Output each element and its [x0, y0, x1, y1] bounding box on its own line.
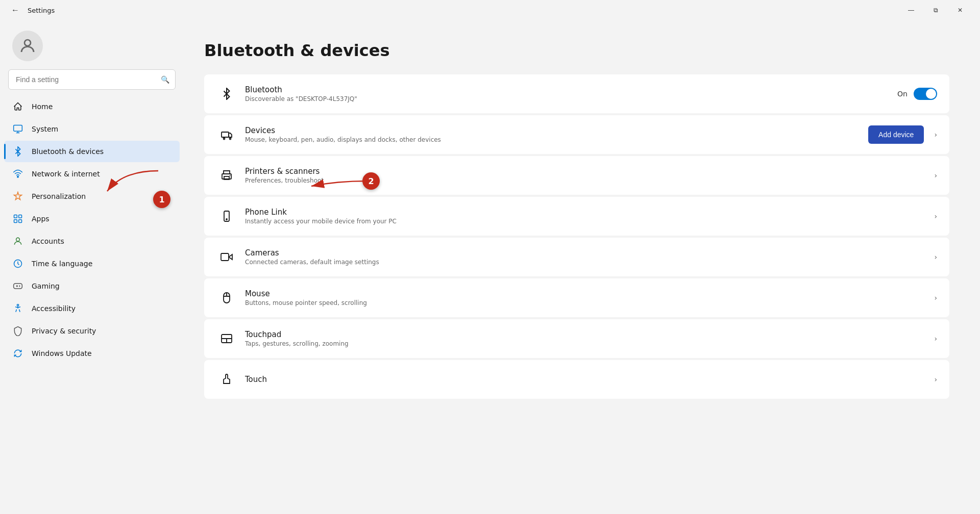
- update-icon: [12, 348, 23, 359]
- devices-row-right: Add device ›: [868, 125, 937, 144]
- touch-row-text: Touch: [245, 375, 930, 384]
- devices-row-subtitle: Mouse, keyboard, pen, audio, displays an…: [245, 136, 868, 143]
- back-button[interactable]: ←: [8, 3, 22, 17]
- sidebar-item-accessibility[interactable]: Accessibility: [4, 298, 180, 319]
- sidebar-item-gaming[interactable]: Gaming: [4, 275, 180, 297]
- sidebar-item-bluetooth-label: Bluetooth & devices: [32, 147, 104, 156]
- printers-row-right: ›: [930, 171, 937, 179]
- bluetooth-row[interactable]: Bluetooth Discoverable as "DESKTOP-4L537…: [204, 74, 949, 113]
- svg-rect-15: [224, 176, 229, 179]
- phonelink-chevron: ›: [934, 212, 937, 220]
- printers-chevron: ›: [934, 171, 937, 179]
- phonelink-row-title: Phone Link: [245, 208, 930, 217]
- printers-row-text: Printers & scanners Preferences, trouble…: [245, 167, 930, 184]
- sidebar-item-privacy[interactable]: Privacy & security: [4, 320, 180, 342]
- avatar: [12, 31, 43, 61]
- touchpad-row-title: Touchpad: [245, 330, 930, 339]
- minimize-button[interactable]: —: [899, 2, 923, 18]
- devices-row-icon: [216, 124, 237, 145]
- sidebar-item-privacy-label: Privacy & security: [32, 327, 96, 335]
- privacy-icon: [12, 325, 23, 337]
- svg-point-2: [17, 176, 19, 178]
- phonelink-row[interactable]: Phone Link Instantly access your mobile …: [204, 197, 949, 236]
- sidebar-nav: Home System Bluetooth & devices: [0, 96, 184, 364]
- settings-list: Bluetooth Discoverable as "DESKTOP-4L537…: [204, 74, 949, 399]
- printers-card: Printers & scanners Preferences, trouble…: [204, 156, 949, 195]
- bluetooth-row-title: Bluetooth: [245, 85, 897, 94]
- touch-row[interactable]: Touch ›: [204, 360, 949, 399]
- svg-rect-4: [19, 215, 22, 218]
- bluetooth-row-text: Bluetooth Discoverable as "DESKTOP-4L537…: [245, 85, 897, 102]
- touchpad-chevron: ›: [934, 335, 937, 343]
- profile-section[interactable]: [0, 20, 184, 69]
- cameras-chevron: ›: [934, 253, 937, 261]
- maximize-button[interactable]: ⧉: [924, 2, 947, 18]
- sidebar-item-accounts-label: Accounts: [32, 237, 64, 245]
- svg-rect-1: [14, 125, 22, 132]
- touchpad-row-text: Touchpad Taps, gestures, scrolling, zoom…: [245, 330, 930, 347]
- titlebar-left: ← Settings: [8, 3, 55, 17]
- network-icon: [12, 168, 23, 179]
- touch-card: Touch ›: [204, 360, 949, 399]
- printers-row-icon: [216, 165, 237, 186]
- svg-rect-3: [14, 215, 17, 218]
- phonelink-row-right: ›: [930, 212, 937, 220]
- sidebar: 🔍 Home Syste: [0, 20, 184, 514]
- bluetooth-toggle-area: On: [897, 88, 937, 100]
- sidebar-item-personalization[interactable]: Personalization: [4, 186, 180, 207]
- cameras-row-subtitle: Connected cameras, default image setting…: [245, 259, 930, 266]
- sidebar-item-accounts[interactable]: Accounts: [4, 230, 180, 252]
- personalization-icon: [12, 191, 23, 202]
- sidebar-item-time[interactable]: Time & language: [4, 253, 180, 274]
- mouse-row-icon: [216, 288, 237, 308]
- titlebar-controls: — ⧉ ✕: [899, 2, 972, 18]
- sidebar-item-network[interactable]: Network & internet: [4, 163, 180, 185]
- phonelink-row-subtitle: Instantly access your mobile device from…: [245, 218, 930, 225]
- touchpad-row[interactable]: Touchpad Taps, gestures, scrolling, zoom…: [204, 319, 949, 358]
- mouse-row[interactable]: Mouse Buttons, mouse pointer speed, scro…: [204, 278, 949, 317]
- devices-chevron: ›: [934, 131, 937, 139]
- close-button[interactable]: ✕: [948, 2, 972, 18]
- cameras-row-icon: [216, 247, 237, 267]
- sidebar-item-time-label: Time & language: [32, 260, 92, 268]
- sidebar-item-update[interactable]: Windows Update: [4, 343, 180, 364]
- svg-point-17: [226, 219, 227, 220]
- gaming-icon: [12, 280, 23, 292]
- touchpad-row-icon: [216, 328, 237, 349]
- svg-rect-18: [221, 253, 229, 261]
- devices-row-title: Devices: [245, 126, 868, 135]
- svg-point-10: [17, 304, 18, 306]
- cameras-row-text: Cameras Connected cameras, default image…: [245, 248, 930, 266]
- touchpad-card: Touchpad Taps, gestures, scrolling, zoom…: [204, 319, 949, 358]
- add-device-button[interactable]: Add device: [868, 125, 924, 144]
- bluetooth-toggle[interactable]: [914, 88, 937, 100]
- bluetooth-row-subtitle: Discoverable as "DESKTOP-4L537JQ": [245, 95, 897, 102]
- printers-row-subtitle: Preferences, troubleshoot: [245, 177, 930, 184]
- svg-rect-6: [19, 220, 22, 223]
- mouse-row-right: ›: [930, 294, 937, 302]
- cameras-row[interactable]: Cameras Connected cameras, default image…: [204, 238, 949, 276]
- devices-row-text: Devices Mouse, keyboard, pen, audio, dis…: [245, 126, 868, 143]
- main-content: Bluetooth & devices Bluetooth Discoverab…: [184, 20, 980, 514]
- sidebar-item-system[interactable]: System: [4, 118, 180, 140]
- sidebar-item-apps[interactable]: Apps: [4, 208, 180, 229]
- search-input[interactable]: [8, 69, 176, 90]
- bluetooth-row-icon: [216, 84, 237, 104]
- sidebar-item-bluetooth[interactable]: Bluetooth & devices: [4, 141, 180, 162]
- devices-row[interactable]: Devices Mouse, keyboard, pen, audio, dis…: [204, 115, 949, 154]
- sidebar-item-home[interactable]: Home: [4, 96, 180, 117]
- mouse-row-title: Mouse: [245, 289, 930, 298]
- svg-rect-11: [222, 132, 229, 137]
- time-icon: [12, 258, 23, 269]
- svg-point-13: [230, 138, 231, 140]
- home-icon: [12, 101, 23, 112]
- bluetooth-toggle-label: On: [897, 90, 908, 98]
- devices-card: Devices Mouse, keyboard, pen, audio, dis…: [204, 115, 949, 154]
- printers-row[interactable]: Printers & scanners Preferences, trouble…: [204, 156, 949, 195]
- touch-row-icon: [216, 369, 237, 390]
- mouse-card: Mouse Buttons, mouse pointer speed, scro…: [204, 278, 949, 317]
- search-box: 🔍: [8, 69, 176, 90]
- touchpad-row-subtitle: Taps, gestures, scrolling, zooming: [245, 340, 930, 347]
- sidebar-item-gaming-label: Gaming: [32, 282, 60, 290]
- sidebar-item-update-label: Windows Update: [32, 349, 92, 357]
